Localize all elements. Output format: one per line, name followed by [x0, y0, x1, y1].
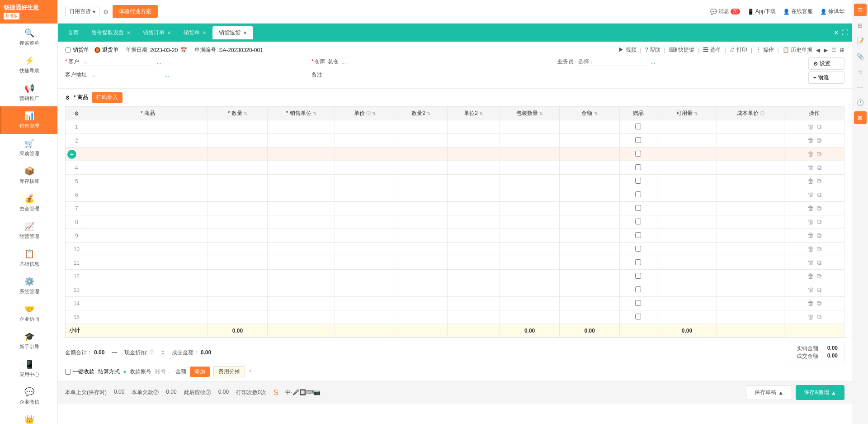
cost-cell-9[interactable]: [717, 229, 784, 243]
qty-input-4[interactable]: [210, 165, 266, 171]
address-select-btn[interactable]: ...: [165, 72, 169, 78]
product-input-4[interactable]: [90, 165, 206, 171]
available-cell-10[interactable]: [657, 243, 717, 256]
qty-sort-icon[interactable]: ⇅: [244, 111, 247, 116]
unit-cell-15[interactable]: [268, 310, 335, 324]
delete-btn-11[interactable]: 🗑: [807, 258, 815, 267]
qty-cell-3[interactable]: [208, 148, 268, 161]
unit2-cell-12[interactable]: [447, 270, 500, 283]
copy-btn-15[interactable]: ⧉: [816, 312, 822, 322]
qty2-cell-1[interactable]: [395, 120, 447, 134]
delete-btn-12[interactable]: 🗑: [807, 272, 815, 281]
sidebar-item-search[interactable]: 🔍 搜索菜单: [0, 24, 57, 51]
available-cell-7[interactable]: [657, 202, 717, 215]
unit-cell-11[interactable]: [268, 256, 335, 270]
tab-sales-return[interactable]: 销货退货 ✕: [212, 26, 253, 39]
qty-input-2[interactable]: [210, 138, 266, 144]
gift-cell-15[interactable]: [619, 310, 657, 324]
product-input-11[interactable]: [90, 260, 206, 266]
product-cell-14[interactable]: [88, 297, 208, 310]
amount-cell-6[interactable]: [560, 188, 620, 202]
right-panel-log[interactable]: 🕐: [854, 96, 867, 109]
qty2-cell-8[interactable]: [395, 215, 447, 229]
unit-cell-3[interactable]: [268, 148, 335, 161]
unit-sort-icon[interactable]: ⇅: [313, 111, 316, 116]
unit2-sort-icon[interactable]: ⇅: [479, 111, 483, 116]
cost-cell-8[interactable]: [717, 215, 784, 229]
price-cell-9[interactable]: [335, 229, 395, 243]
qty-cell-11[interactable]: [208, 256, 268, 270]
amount-cell-5[interactable]: [560, 175, 620, 188]
qty-cell-13[interactable]: [208, 283, 268, 297]
pack-sort-icon[interactable]: ⇅: [539, 111, 543, 116]
pack-cell-7[interactable]: [500, 202, 560, 215]
product-input-10[interactable]: [90, 246, 206, 252]
gift-checkbox-12[interactable]: [635, 273, 641, 279]
sidebar-item-shortcut[interactable]: ⚡ 快捷导航: [0, 51, 57, 79]
copy-btn-7[interactable]: ⧉: [816, 204, 822, 213]
industry-select[interactable]: 日用百货 ▾: [65, 6, 99, 17]
available-cell-15[interactable]: [657, 310, 717, 324]
amount-cell-8[interactable]: [560, 215, 620, 229]
delete-btn-15[interactable]: 🗑: [807, 312, 815, 321]
unit2-cell-6[interactable]: [447, 188, 500, 202]
product-cell-4[interactable]: [88, 161, 208, 175]
unit2-cell-1[interactable]: [447, 120, 500, 134]
cost-cell-4[interactable]: [717, 161, 784, 175]
qty2-cell-5[interactable]: [395, 175, 447, 188]
price-cell-4[interactable]: [335, 161, 395, 175]
salesperson-select-btn[interactable]: ...: [651, 59, 655, 65]
gift-cell-10[interactable]: [619, 243, 657, 256]
radio-delivery[interactable]: 销货单: [65, 46, 89, 54]
address-input[interactable]: [90, 71, 162, 79]
qty-input-12[interactable]: [210, 273, 266, 280]
cost-cell-15[interactable]: [717, 310, 784, 324]
price-cell-12[interactable]: [335, 270, 395, 283]
delete-btn-1[interactable]: 🗑: [807, 122, 815, 131]
qty-input-1[interactable]: [210, 124, 266, 130]
qty2-cell-9[interactable]: [395, 229, 447, 243]
unit-cell-14[interactable]: [268, 297, 335, 310]
amount-cell-7[interactable]: [560, 202, 620, 215]
copy-btn-2[interactable]: ⧉: [816, 136, 822, 145]
product-input-12[interactable]: [90, 273, 206, 280]
product-cell-2[interactable]: [88, 134, 208, 148]
product-input-13[interactable]: [90, 287, 206, 293]
gift-cell-11[interactable]: [619, 256, 657, 270]
sidebar-item-enterprise[interactable]: 🤝 企业协同: [0, 300, 57, 327]
sidebar-item-inventory[interactable]: 📦 库存核算: [0, 162, 57, 189]
available-cell-5[interactable]: [657, 175, 717, 188]
delete-btn-10[interactable]: 🗑: [807, 244, 815, 253]
gift-cell-13[interactable]: [619, 283, 657, 297]
gift-checkbox-11[interactable]: [635, 259, 641, 265]
qty-input-5[interactable]: [210, 178, 266, 185]
pack-cell-6[interactable]: [500, 188, 560, 202]
available-cell-11[interactable]: [657, 256, 717, 270]
unit2-cell-7[interactable]: [447, 202, 500, 215]
add-row-btn[interactable]: +: [67, 150, 76, 159]
pack-cell-1[interactable]: [500, 120, 560, 134]
sidebar-item-member[interactable]: 👑 畅会员: [0, 410, 57, 424]
copy-btn-11[interactable]: ⧉: [816, 258, 822, 267]
pack-cell-5[interactable]: [500, 175, 560, 188]
unit2-cell-14[interactable]: [447, 297, 500, 310]
cost-cell-13[interactable]: [717, 283, 784, 297]
gift-checkbox-4[interactable]: [635, 164, 641, 170]
pack-cell-8[interactable]: [500, 215, 560, 229]
product-cell-9[interactable]: [88, 229, 208, 243]
unit-cell-13[interactable]: [268, 283, 335, 297]
product-input-1[interactable]: [90, 124, 206, 130]
qty2-cell-3[interactable]: [395, 148, 447, 161]
qty-cell-8[interactable]: [208, 215, 268, 229]
operate-action[interactable]: ⋮ 操作: [756, 46, 774, 54]
print-action[interactable]: 🖨 打印: [730, 46, 747, 54]
gift-cell-4[interactable]: [619, 161, 657, 175]
qty-cell-12[interactable]: [208, 270, 268, 283]
app-download-btn[interactable]: 📱 App下载: [747, 8, 776, 15]
right-panel-attachment[interactable]: 📎: [854, 50, 867, 62]
available-cell-13[interactable]: [657, 283, 717, 297]
unit2-cell-2[interactable]: [447, 134, 500, 148]
price-cell-5[interactable]: [335, 175, 395, 188]
right-panel-note[interactable]: 📝: [854, 34, 867, 47]
qty-cell-7[interactable]: [208, 202, 268, 215]
